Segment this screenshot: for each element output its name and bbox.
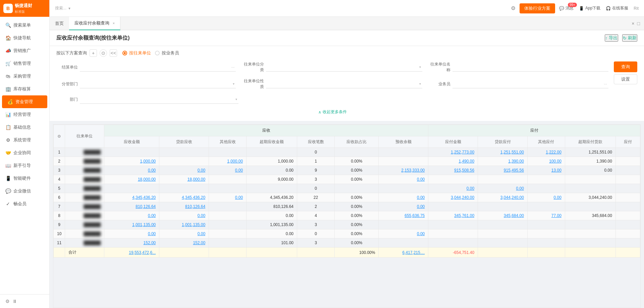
total-ys-je[interactable]: 19,553,472,6... xyxy=(104,248,159,258)
sidebar-item-inventory[interactable]: 🏢 库存核算 xyxy=(0,83,49,95)
table-cell[interactable]: 18,000.00 xyxy=(104,175,159,184)
table-cell[interactable]: 1,490.00 xyxy=(428,157,478,166)
table-cell[interactable]: 0.00 xyxy=(209,166,247,175)
collapse-footer-icon[interactable]: ⏸ xyxy=(12,299,17,304)
table-total-row: 合计 19,553,472,6... 100.00% 6,417,215....… xyxy=(54,248,640,258)
topbar-message[interactable]: 💬 消息 99+ xyxy=(559,5,574,11)
total-ys-yu[interactable]: 6,417,215.... xyxy=(379,248,428,258)
filter-fenguan-control[interactable]: ▾ xyxy=(80,80,236,88)
table-cell[interactable]: 0.00 xyxy=(428,184,478,193)
table-cell[interactable]: 152.00 xyxy=(104,238,159,248)
table-cell[interactable]: 0.00 xyxy=(104,211,159,220)
table-cell[interactable]: 18,000.00 xyxy=(159,175,209,184)
filter-bumen-control[interactable]: ▾ xyxy=(80,95,238,104)
table-cell[interactable]: 810,126.64 xyxy=(104,202,159,211)
refresh-button[interactable]: ↻ 刷新 xyxy=(622,34,637,42)
sidebar-item-marketing[interactable]: 📣 营销推广 xyxy=(0,44,49,57)
table-cell[interactable]: 0.00 xyxy=(104,166,159,175)
tab-maximize-btn[interactable]: □ xyxy=(637,21,640,26)
topbar-online-service[interactable]: 🎧 在线客服 xyxy=(606,5,628,11)
table-cell[interactable]: 77.00 xyxy=(527,211,565,220)
table-cell[interactable]: 345,684.00 xyxy=(478,211,528,220)
settings-footer-icon[interactable]: ⚙ xyxy=(5,299,10,304)
table-cell[interactable]: 0.00 xyxy=(379,175,428,184)
table-cell[interactable]: 810,126.64 xyxy=(159,202,209,211)
table-cell[interactable]: 0.00 xyxy=(159,211,209,220)
export-button[interactable]: ↑ 导出 xyxy=(605,34,619,42)
table-cell[interactable]: 4,345,436.20 xyxy=(104,193,159,202)
table-cell[interactable]: 0.00 xyxy=(159,166,209,175)
table-scroll[interactable]: ⚙ 往来单位 应收 应付 应收金额 贷款应收 其他应收 超期应收金额 xyxy=(53,124,641,308)
table-cell[interactable]: 1,001,135.00 xyxy=(104,220,159,229)
sidebar-item-sales[interactable]: 🛒 销售管理 xyxy=(0,57,49,70)
bumen-arrow-icon: ▾ xyxy=(235,97,237,101)
table-cell[interactable]: 1,000.00 xyxy=(209,157,247,166)
sidebar-item-finance[interactable]: 💰 资金管理 xyxy=(2,95,47,108)
table-cell[interactable]: 0.00 xyxy=(478,184,528,193)
sidebar-item-basic[interactable]: 📋 基础信息 xyxy=(0,121,49,134)
tab-home[interactable]: 首页 xyxy=(50,17,69,30)
sidebar-item-hardware[interactable]: 📱 智能硬件 xyxy=(0,172,49,185)
filter-circle-btn[interactable]: ⊙ xyxy=(100,49,107,57)
query-button[interactable]: 查询 xyxy=(614,61,637,72)
tab-label: 应收应付余额查询 xyxy=(74,20,109,26)
table-cell[interactable]: 915,495.56 xyxy=(478,166,528,175)
tab-receivable-query[interactable]: 应收应付余额查询 × xyxy=(69,17,120,30)
table-cell[interactable]: 4,345,436.20 xyxy=(159,193,209,202)
filter-arrow-btn[interactable]: << xyxy=(110,49,117,57)
filter-laiw-mingcheng-control[interactable] xyxy=(452,63,608,72)
sidebar-item-quick[interactable]: 🏠 快捷导航 xyxy=(0,32,49,44)
table-cell[interactable]: 0.00 xyxy=(159,229,209,238)
table-cell[interactable]: 1,001,135.00 xyxy=(159,220,209,229)
filter-collapse-btn[interactable]: ∧ 收起更多条件 xyxy=(56,106,608,118)
table-col-settings-icon[interactable]: ⚙ xyxy=(57,134,61,139)
filter-laiw-fenlei-control[interactable]: ▾ xyxy=(266,63,422,72)
topbar: 搜索... ▾ ⚙ 体验行业方案 💬 消息 99+ 📱 App下载 🎧 在线客服 xyxy=(50,0,644,17)
sidebar-item-operation[interactable]: 📊 经营管理 xyxy=(0,108,49,121)
sidebar-item-search[interactable]: 🔍 搜索菜单 xyxy=(0,19,49,32)
filter-jiesuan-control[interactable]: ··· xyxy=(80,63,236,72)
sidebar-item-purchase[interactable]: 🛍 采购管理 xyxy=(0,70,49,83)
table-cell[interactable]: 0.00 xyxy=(379,229,428,238)
table-cell[interactable]: 915,508.56 xyxy=(428,166,478,175)
promo-button[interactable]: 体验行业方案 xyxy=(520,3,555,13)
set-button[interactable]: 设置 xyxy=(614,74,637,84)
table-cell[interactable]: 0.00 xyxy=(379,193,428,202)
filter-scheme-label: 按以下方案查询 xyxy=(56,50,87,56)
table-cell[interactable]: 655,636.75 xyxy=(379,211,428,220)
table-cell[interactable]: 0.00 xyxy=(527,193,565,202)
topbar-app-download[interactable]: 📱 App下载 xyxy=(579,5,600,11)
table-cell[interactable]: 2,153,333.00 xyxy=(379,166,428,175)
table-cell[interactable]: 0.00 xyxy=(104,229,159,238)
sidebar-item-member[interactable]: ✓ 畅会员 xyxy=(0,197,49,210)
table-cell[interactable]: 1,251,551.00 xyxy=(478,148,528,157)
filter-yewuyuan-control[interactable]: ··· xyxy=(452,80,608,88)
filter-laiw-xingzhi-control[interactable]: ▾ xyxy=(266,80,422,88)
sidebar-item-enterprise[interactable]: 🤝 企业协同 xyxy=(0,146,49,159)
table-cell[interactable]: 13.00 xyxy=(527,166,565,175)
topbar-settings-icon[interactable]: ⚙ xyxy=(511,5,516,11)
view-option-unit-label: 按往来单位 xyxy=(129,50,151,56)
table-cell[interactable]: 3,044,240.00 xyxy=(478,193,528,202)
filter-add-btn[interactable]: + xyxy=(90,49,97,57)
table-cell[interactable]: 152.00 xyxy=(159,238,209,248)
table-cell[interactable]: 1,222.00 xyxy=(527,148,565,157)
view-option-unit[interactable]: 按往来单位 xyxy=(122,50,151,56)
table-cell[interactable]: 0.00 xyxy=(379,202,428,211)
table-cell[interactable]: 1,000.00 xyxy=(104,157,159,166)
sidebar-item-wechat[interactable]: 💬 企业微信 xyxy=(0,185,49,197)
topbar-user[interactable]: Rit xyxy=(634,6,639,11)
sidebar-item-system[interactable]: ⚙ 系统管理 xyxy=(0,134,49,146)
table-cell[interactable]: 100.00 xyxy=(527,157,565,166)
table-cell[interactable]: 345,761.00 xyxy=(428,211,478,220)
table-cell[interactable]: 0.00 xyxy=(209,193,247,202)
view-option-business[interactable]: 按业务员 xyxy=(155,50,179,56)
tab-close-icon[interactable]: × xyxy=(113,21,115,25)
table-cell[interactable]: 3,044,240.00 xyxy=(428,193,478,202)
table-cell[interactable]: 1,252,773.00 xyxy=(428,148,478,157)
tab-close-window-btn[interactable]: × xyxy=(632,21,634,26)
table-cell[interactable]: 1,390.00 xyxy=(478,157,528,166)
sidebar-guide-icon: 📖 xyxy=(5,163,11,168)
table-cell xyxy=(209,238,247,248)
sidebar-item-guide[interactable]: 📖 新手引导 xyxy=(0,159,49,172)
